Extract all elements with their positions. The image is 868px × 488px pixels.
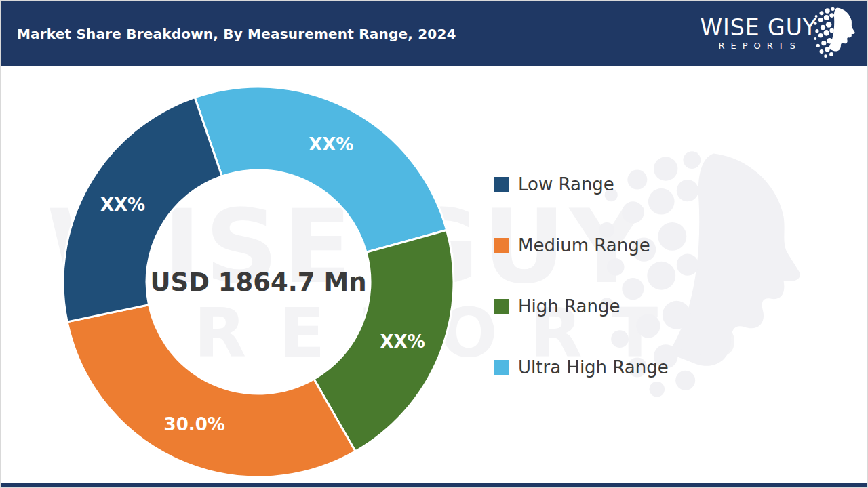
segment-value-label: XX% bbox=[309, 134, 353, 155]
legend-item-ultra-high-range: Ultra High Range bbox=[494, 357, 669, 378]
legend-label-ultra-high-range: Ultra High Range bbox=[518, 357, 669, 378]
legend-swatch-high-range bbox=[494, 299, 509, 314]
segment-value-label: XX% bbox=[100, 195, 145, 215]
segment-value-label: 30.0% bbox=[164, 414, 225, 434]
legend-item-medium-range: Medium Range bbox=[494, 235, 669, 256]
logo-wordmark: WISE GUY bbox=[700, 16, 817, 40]
logo-text: WISE GUY REPORTS bbox=[700, 16, 817, 52]
legend-swatch-medium-range bbox=[494, 238, 509, 253]
logo-subword: REPORTS bbox=[715, 41, 802, 52]
header: Market Share Breakdown, By Measurement R… bbox=[1, 1, 868, 66]
segment-value-label: XX% bbox=[380, 331, 425, 352]
chart-title: Market Share Breakdown, By Measurement R… bbox=[17, 1, 456, 66]
donut-segment-ultra-high-range bbox=[195, 87, 446, 252]
legend-swatch-ultra-high-range bbox=[494, 360, 509, 375]
legend-label-low-range: Low Range bbox=[518, 174, 614, 195]
footer-bar bbox=[1, 483, 868, 487]
legend-label-high-range: High Range bbox=[518, 296, 620, 317]
report-page: WISE GUY REPORTS Market Share Breakdown,… bbox=[0, 0, 868, 488]
donut-chart: XX%XX%30.0%XX% bbox=[58, 82, 458, 482]
legend-item-high-range: High Range bbox=[494, 296, 669, 317]
legend-swatch-low-range bbox=[494, 177, 509, 192]
donut-segment-medium-range bbox=[67, 305, 355, 477]
logo-head-icon bbox=[812, 6, 856, 60]
legend-item-low-range: Low Range bbox=[494, 174, 669, 195]
legend: Low Range Medium Range High Range Ultra … bbox=[494, 174, 669, 418]
legend-label-medium-range: Medium Range bbox=[518, 235, 650, 256]
wise-guy-reports-logo: WISE GUY REPORTS bbox=[700, 6, 856, 60]
